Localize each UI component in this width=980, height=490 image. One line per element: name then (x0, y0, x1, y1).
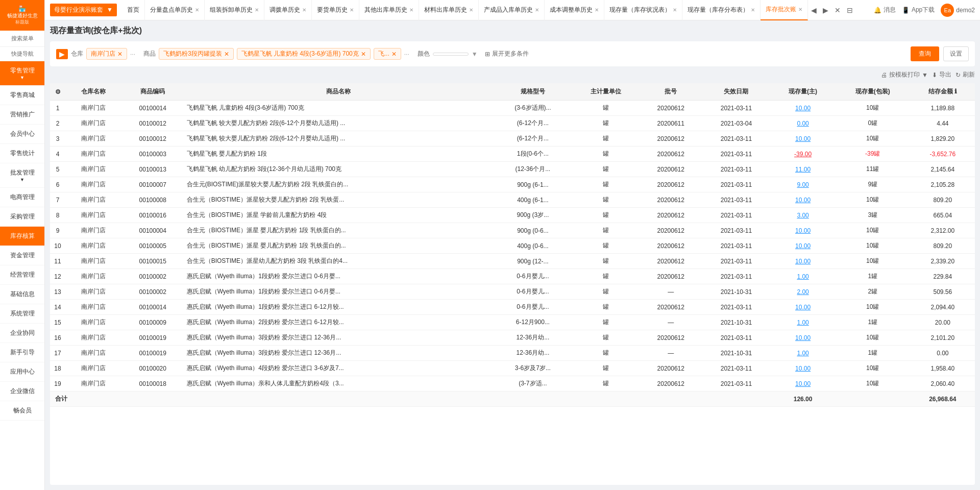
tab-close-icon[interactable]: ✕ (798, 7, 802, 12)
tab-close-icon[interactable]: ✕ (469, 7, 473, 13)
row-stock[interactable]: 3.00 (771, 208, 835, 223)
sidebar-item-vip[interactable]: 畅会员 (0, 401, 44, 421)
sidebar-item-finance[interactable]: 资金管理 (0, 246, 44, 265)
row-stock[interactable]: 10.00 (771, 330, 835, 346)
sidebar-item-inventory[interactable]: 库存核算 (0, 227, 44, 246)
tab-close-icon[interactable]: ✕ (595, 7, 599, 13)
sidebar-item-basic[interactable]: 基础信息 (0, 285, 44, 304)
row-stock[interactable]: 10.00 (771, 192, 835, 208)
sidebar-item-ecommerce[interactable]: 电商管理 (0, 188, 44, 207)
row-stock[interactable]: 1.00 (771, 269, 835, 284)
user-menu[interactable]: Ea demo2 (941, 4, 975, 17)
sidebar-logo[interactable]: 🏪 畅捷通好生意 标题版 (0, 0, 44, 31)
row-stock[interactable]: 10.00 (771, 376, 835, 391)
color-input[interactable] (433, 53, 469, 56)
row-expire: 2021-03-11 (702, 376, 771, 391)
tab-assemble[interactable]: 组装拆卸单历史 ✕ (205, 0, 264, 20)
row-stock[interactable]: 10.00 (771, 254, 835, 269)
print-btn[interactable]: 🖨 按模板打印 ▼ (881, 70, 928, 79)
tab-transfer[interactable]: 调拨单历史 ✕ (264, 0, 312, 20)
tab-prev-btn[interactable]: ◀ (808, 6, 820, 14)
product-filter-tag-1[interactable]: 飞鹤奶粉3段丙罐提装 ✕ (159, 48, 234, 60)
tab-stock-status[interactable]: 现存量（库存状况表） ✕ (604, 0, 682, 20)
expand-more-btn[interactable]: ⊞ 展开更多条件 (485, 50, 529, 58)
tab-close-icon[interactable]: ✕ (535, 7, 539, 13)
row-stock[interactable]: 10.00 (771, 300, 835, 315)
refresh-btn[interactable]: ↻ 刷新 (955, 70, 975, 79)
sidebar-item-collab[interactable]: 企业协同 (0, 324, 44, 343)
sidebar-item-marketing[interactable]: 营销推广 (0, 105, 44, 125)
row-spec: 900g (12-... (494, 254, 572, 269)
row-stock[interactable]: 10.00 (771, 131, 835, 146)
sidebar-item-member[interactable]: 会员中心 (0, 125, 44, 144)
tab-other-out[interactable]: 其他出库单历史 ✕ (359, 0, 419, 20)
tag-close-icon[interactable]: ✕ (224, 51, 229, 58)
row-stock[interactable]: 10.00 (771, 101, 835, 116)
tab-requisition[interactable]: 要货单历史 ✕ (312, 0, 359, 20)
product-more-icon[interactable]: ··· (404, 51, 409, 58)
nav-breadcrumb[interactable]: 母婴行业演示账套 ▼ (50, 4, 117, 16)
app-download-btn[interactable]: 📱 App下载 (902, 6, 935, 14)
sidebar-item-retail[interactable]: 零售管理 ▼ (0, 61, 44, 86)
tab-close-icon[interactable]: ✕ (350, 7, 354, 13)
tab-close-all-btn[interactable]: ✕ (831, 6, 844, 14)
sidebar-item-retail-stats[interactable]: 零售统计 (0, 144, 44, 163)
row-stock[interactable]: -39.00 (771, 146, 835, 162)
row-stock[interactable]: 0.00 (771, 116, 835, 131)
sidebar-item-apps[interactable]: 应用中心 (0, 362, 44, 382)
row-stock[interactable]: 10.00 (771, 361, 835, 376)
chevron-down-icon: ▼ (2, 177, 42, 182)
tab-close-icon[interactable]: ✕ (751, 7, 755, 13)
row-code: 00100019 (122, 346, 184, 361)
row-stock[interactable]: 1.00 (771, 346, 835, 361)
product-filter-tag-3[interactable]: 飞... ✕ (374, 48, 401, 60)
row-stock[interactable]: 9.00 (771, 177, 835, 192)
row-code: 00100002 (122, 269, 184, 284)
tag-close-icon[interactable]: ✕ (391, 51, 397, 58)
expand-arrow-btn[interactable]: ▶ (56, 49, 68, 59)
tag-close-icon[interactable]: ✕ (117, 51, 122, 58)
tab-close-icon[interactable]: ✕ (302, 7, 306, 13)
warehouse-label: 仓库 (71, 50, 83, 58)
sidebar-item-retail-shop[interactable]: 零售商城 (0, 86, 44, 105)
sidebar-item-system[interactable]: 系统管理 (0, 304, 44, 324)
tab-batch-account[interactable]: 库存批次账 ✕ (761, 0, 808, 20)
tab-next-btn[interactable]: ▶ (820, 6, 831, 14)
tab-close-icon[interactable]: ✕ (195, 7, 199, 13)
page-title: 现存量查询(按仓库+批次) (50, 26, 975, 36)
setting-button[interactable]: 设置 (943, 46, 969, 61)
sidebar-item-label: 营销推广 (2, 110, 42, 119)
row-stock[interactable]: 10.00 (771, 238, 835, 254)
sidebar-item-guide[interactable]: 新手引导 (0, 343, 44, 362)
row-no: 11 (50, 254, 65, 269)
tab-close-icon[interactable]: ✕ (673, 7, 677, 13)
tab-home[interactable]: 首页 (122, 0, 145, 20)
sidebar-quicknav[interactable]: 快捷导航 (0, 47, 44, 61)
sidebar-search[interactable]: 搜索菜单 (0, 31, 44, 47)
row-stock[interactable]: 2.00 (771, 284, 835, 300)
warehouse-more-icon[interactable]: ··· (130, 51, 135, 58)
tab-inventory-count[interactable]: 分量盘点单历史 ✕ (145, 0, 205, 20)
search-button[interactable]: 查询 (911, 46, 939, 61)
tab-stock-dist[interactable]: 现存量（库存分布表） ✕ (682, 0, 761, 20)
tab-close-icon[interactable]: ✕ (255, 7, 259, 13)
sidebar-item-purchase[interactable]: 采购管理 (0, 207, 44, 227)
row-stock[interactable]: 10.00 (771, 223, 835, 238)
sidebar-item-operation[interactable]: 经营管理 (0, 265, 44, 285)
sidebar-item-wecom[interactable]: 企业微信 (0, 382, 44, 401)
tab-product-in[interactable]: 产成品入库单历史 ✕ (479, 0, 545, 20)
sidebar-item-wholesale[interactable]: 批发管理 ▼ (0, 163, 44, 188)
tag-close-icon[interactable]: ✕ (361, 51, 366, 58)
tab-close-icon[interactable]: ✕ (409, 7, 413, 13)
col-settings[interactable]: ⚙ (50, 83, 65, 101)
warehouse-filter-tag[interactable]: 南岸门店 ✕ (86, 48, 127, 60)
row-stock[interactable]: 11.00 (771, 162, 835, 177)
color-dropdown-icon[interactable]: ▼ (472, 51, 478, 58)
product-filter-tag-2[interactable]: 飞鹤星飞帆 儿童奶粉 4段(3-6岁适用) 700克 ✕ (237, 48, 371, 60)
tab-material-out[interactable]: 材料出库单历史 ✕ (419, 0, 479, 20)
tab-more-btn[interactable]: ⊟ (844, 6, 856, 14)
tab-cost-adjust[interactable]: 成本调整单历史 ✕ (545, 0, 604, 20)
export-btn[interactable]: ⬇ 导出 (932, 70, 951, 79)
message-btn[interactable]: 🔔 消息 (874, 6, 896, 14)
row-stock[interactable]: 1.00 (771, 315, 835, 330)
